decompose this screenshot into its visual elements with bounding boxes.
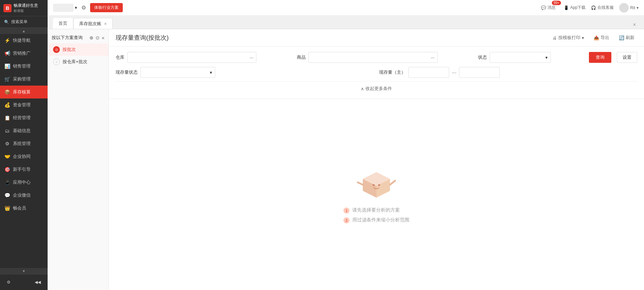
brand-icon: B xyxy=(3,4,12,12)
sidebar-item-quick-nav[interactable]: ⚡ 快捷导航 xyxy=(0,34,48,47)
collapse-filter-btn[interactable]: ∧ 收起更多条件 xyxy=(116,84,637,93)
message-btn[interactable]: 💬 消息 99+ xyxy=(538,3,558,12)
message-label: 消息 xyxy=(547,5,556,11)
stock-qty-sep: — xyxy=(452,70,456,75)
content-area: 按以下方案查询 ⊕ ⊙ « ⊙ 按批次 ○ 按仓库+批次 现存量查询(按批次) xyxy=(48,29,644,290)
sidebar-item-label: 企业协同 xyxy=(13,153,31,160)
sidebar-settings-btn[interactable]: ⚙ xyxy=(3,277,15,287)
sidebar-item-wechat[interactable]: 💬 企业微信 xyxy=(0,189,48,202)
purchase-icon: 🛒 xyxy=(4,76,10,82)
add-scheme-btn[interactable]: ⊕ xyxy=(89,35,94,40)
stock-qty-range: — xyxy=(408,67,500,78)
sidebar-item-system[interactable]: ⚙ 系统管理 xyxy=(0,137,48,150)
empty-text: 1 请先选择要分析的方案 2 用过滤条件来缩小分析范围 xyxy=(343,207,409,227)
scheme-warehouse-label: 按仓库+批次 xyxy=(63,59,87,65)
service-label: 在线客服 xyxy=(597,5,614,11)
user-avatar xyxy=(619,3,629,13)
sidebar-item-beginner[interactable]: 🎯 新手引导 xyxy=(0,163,48,176)
print-label: 按模板打印 xyxy=(558,35,580,41)
sidebar-item-finance[interactable]: 💰 资金管理 xyxy=(0,98,48,111)
brand-name: 畅康通好生意 xyxy=(14,3,38,8)
step2-num: 2 xyxy=(343,217,350,223)
export-btn[interactable]: 📤 导出 xyxy=(591,33,612,42)
header-dropdown-arrow[interactable]: ▾ xyxy=(75,5,77,10)
page-header: 现存量查询(按批次) 🖨 按模板打印 ▾ 📤 导出 🔄 刷新 xyxy=(109,29,644,47)
stock-status-select[interactable]: ▾ xyxy=(140,67,215,78)
quick-nav-icon: ⚡ xyxy=(4,37,10,43)
filter-row-2: 现存量状态 ▾ 现存量（主） — xyxy=(116,67,637,78)
scheme-warehouse-batch[interactable]: ○ 按仓库+批次 xyxy=(48,56,108,68)
filter-area: 仓库 ··· 商品 ··· 状态 xyxy=(109,47,644,99)
stock-qty-from[interactable] xyxy=(408,67,449,78)
sidebar-collapse-btn[interactable]: ◀◀ xyxy=(31,277,45,287)
stock-status-arrow: ▾ xyxy=(210,70,212,75)
online-service-btn[interactable]: 🎧 在线客服 xyxy=(591,5,614,11)
sidebar-item-basic-info[interactable]: 🗂 基础信息 xyxy=(0,124,48,137)
empty-state: 1 请先选择要分析的方案 2 用过滤条件来缩小分析范围 xyxy=(109,99,644,290)
sidebar-item-operations[interactable]: 📋 经营管理 xyxy=(0,111,48,124)
product-input[interactable]: ··· xyxy=(308,52,438,63)
collapse-label: 收起更多条件 xyxy=(366,86,392,92)
basic-info-icon: 🗂 xyxy=(4,128,10,134)
warehouse-input[interactable]: ··· xyxy=(127,52,256,63)
user-menu-btn[interactable]: Rit ▾ xyxy=(619,3,639,13)
sidebar-item-label: 销售管理 xyxy=(13,63,31,69)
panel-header: 按以下方案查询 ⊕ ⊙ « xyxy=(48,33,108,43)
sidebar-scroll-up[interactable]: ▲ xyxy=(0,28,48,34)
system-icon: ⚙ xyxy=(4,141,10,147)
sidebar-item-label: 经营管理 xyxy=(13,115,31,121)
print-btn[interactable]: 🖨 按模板打印 ▾ xyxy=(550,33,587,42)
panel-actions: ⊕ ⊙ « xyxy=(89,35,104,40)
sidebar-item-purchase[interactable]: 🛒 采购管理 xyxy=(0,73,48,86)
stock-qty-group: 现存量（主） — xyxy=(379,67,637,78)
empty-step-2: 2 用过滤条件来缩小分析范围 xyxy=(343,217,409,223)
export-label: 导出 xyxy=(600,35,609,41)
header-dropdown[interactable]: ▾ xyxy=(53,4,77,12)
beginner-icon: 🎯 xyxy=(4,166,10,173)
product-label: 商品 xyxy=(297,54,306,60)
enterprise-icon: 🤝 xyxy=(4,153,10,160)
sidebar-item-member[interactable]: 👑 畅会员 xyxy=(0,202,48,215)
page-header-actions: 🖨 按模板打印 ▾ 📤 导出 🔄 刷新 xyxy=(550,33,637,42)
brand-edition: 标准版 xyxy=(14,8,38,13)
refresh-btn[interactable]: 🔄 刷新 xyxy=(616,33,637,42)
sidebar-item-sales[interactable]: 📊 销售管理 xyxy=(0,60,48,73)
print-icon: 🖨 xyxy=(553,35,557,40)
scheme-batch[interactable]: ⊙ 按批次 xyxy=(48,43,108,56)
query-btn[interactable]: 查询 xyxy=(589,52,611,63)
scheme-settings-btn[interactable]: ⊙ xyxy=(96,35,100,40)
print-dropdown-arrow[interactable]: ▾ xyxy=(582,35,584,40)
sidebar-search[interactable]: 🔍 搜索菜单 xyxy=(0,16,48,28)
try-industry-btn[interactable]: 体验行业方案 xyxy=(90,3,123,12)
status-select[interactable]: ▾ xyxy=(490,52,551,63)
right-content: 现存量查询(按批次) 🖨 按模板打印 ▾ 📤 导出 🔄 刷新 xyxy=(109,29,644,290)
stock-qty-to[interactable] xyxy=(459,67,500,78)
sidebar-scroll-down[interactable]: ▼ xyxy=(0,268,48,274)
sidebar-item-marketing[interactable]: 📢 营销推广 xyxy=(0,47,48,60)
wechat-icon: 💬 xyxy=(4,192,10,198)
close-panel-btn[interactable]: × xyxy=(630,21,639,29)
sidebar-item-label: 应用中心 xyxy=(13,179,31,185)
sidebar-item-inventory[interactable]: 📦 库存核算 xyxy=(0,86,48,98)
settings-btn[interactable]: 设置 xyxy=(617,52,637,63)
stock-status-label: 现存量状态 xyxy=(116,69,138,75)
sidebar-item-enterprise[interactable]: 🤝 企业协同 xyxy=(0,150,48,163)
empty-illustration xyxy=(356,162,397,200)
tab-home[interactable]: 首页 xyxy=(53,18,73,29)
app-download-icon: 📱 xyxy=(564,5,569,10)
tab-inventory-batch[interactable]: 库存批次账 × xyxy=(73,18,113,29)
app-download-btn[interactable]: 📱 App下载 xyxy=(564,5,586,11)
sidebar-search-label: 搜索菜单 xyxy=(11,19,28,25)
user-name: Rit xyxy=(630,5,635,10)
sidebar-item-app-center[interactable]: 📱 应用中心 xyxy=(0,176,48,189)
scheme-warehouse-icon: ○ xyxy=(53,58,60,65)
settings-bottom-icon: ⚙ xyxy=(7,280,11,285)
header-settings-icon[interactable]: ⚙ xyxy=(81,4,86,11)
collapse-panel-btn[interactable]: « xyxy=(102,35,104,40)
header-actions: 💬 消息 99+ 📱 App下载 🎧 在线客服 Rit ▾ xyxy=(538,3,639,13)
collapse-icon: ∧ xyxy=(361,86,364,91)
export-icon: 📤 xyxy=(594,35,599,40)
scheme-batch-icon: ⊙ xyxy=(53,46,60,53)
scheme-batch-label: 按批次 xyxy=(63,47,76,53)
tab-close-btn[interactable]: × xyxy=(104,21,107,26)
